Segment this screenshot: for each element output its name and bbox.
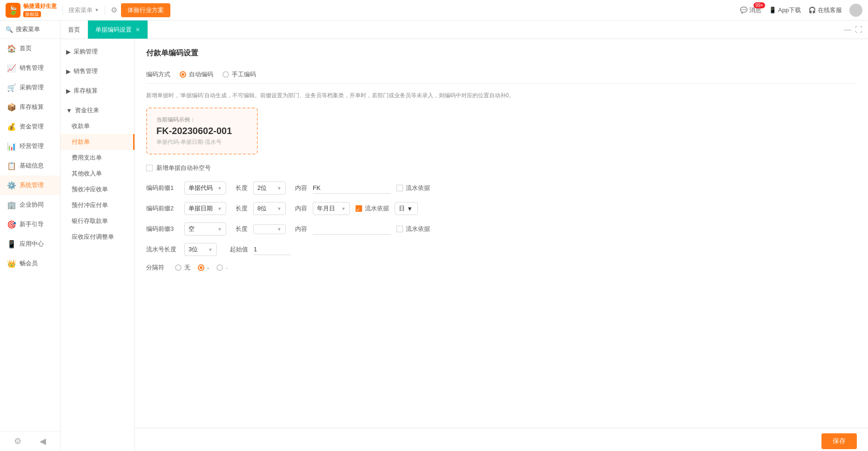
inventory-icon: 📦 [7, 103, 16, 111]
submenu-group-finance: ▼ 资金往来 收款单 付款单 费用支出单 其他收入单 预收冲应收单 预付冲应付单… [61, 102, 135, 245]
serial-dep1-checkbox[interactable]: 流水依据 [397, 184, 430, 192]
preview-code: FK-20230602-001 [156, 126, 248, 136]
submenu-header-finance[interactable]: ▼ 资金往来 [61, 102, 135, 118]
length3-arrow-icon: ▼ [277, 227, 282, 232]
minimize-icon[interactable]: — [844, 26, 851, 34]
sidebar-item-finance[interactable]: 💰 资金管理 [0, 117, 60, 136]
sidebar-item-guide[interactable]: 🎯 新手引导 [0, 215, 60, 234]
sep-none-radio[interactable]: 无 [175, 263, 190, 272]
submenu-header-inventory[interactable]: ▶ 库存核算 [61, 83, 135, 99]
member-icon: 👑 [7, 259, 16, 268]
sep-dot-dot [198, 264, 204, 271]
sep-dot-radio[interactable]: - [198, 264, 209, 271]
prefix3-select[interactable]: 空 ▼ [184, 222, 226, 236]
expand-icon: ▶ [66, 48, 71, 55]
content1-input[interactable] [313, 182, 391, 194]
sidebar-item-system[interactable]: ⚙️ 系统管理 [0, 175, 60, 195]
topbar-search-area[interactable]: 搜索菜单 ▼ [68, 6, 99, 14]
enterprise-icon: 🏢 [7, 201, 16, 209]
sidebar-item-operation[interactable]: 📊 经营管理 [0, 136, 60, 156]
tab-home[interactable]: 首页 [61, 20, 88, 39]
prefix1-select[interactable]: 单据代码 ▼ [184, 182, 226, 195]
separator-row: 分隔符 无 - · [146, 263, 857, 272]
submenu-item-prepay-payable[interactable]: 预付冲应付单 [61, 197, 135, 213]
auto-encode-radio-dot [180, 71, 186, 78]
preview-sub: 单据代码-单据日期-流水号 [156, 138, 248, 146]
day-arrow-icon: ▼ [407, 205, 413, 212]
length3-select[interactable]: ▼ [253, 224, 286, 234]
auto-fill-row: 新增单据自动补空号 [146, 164, 857, 172]
submenu-group-inventory: ▶ 库存核算 [61, 83, 135, 99]
auto-fill-checkbox[interactable] [146, 165, 153, 171]
info-text: 新增单据时，'单据编码'自动生成，不可编辑。前缀设置为部门、业务员等档案类，开单… [146, 91, 857, 100]
submenu-header-sales[interactable]: ▶ 销售管理 [61, 63, 135, 79]
tab-close-icon[interactable]: ✕ [135, 27, 140, 33]
settings-bottom-icon[interactable]: ⚙ [14, 436, 21, 446]
maximize-icon[interactable]: ⛶ [855, 26, 862, 34]
sidebar-item-basic[interactable]: 📋 基础信息 [0, 156, 60, 175]
sidebar-item-sales[interactable]: 📈 销售管理 [0, 58, 60, 78]
encode-radio-group: 自动编码 手工编码 [180, 70, 256, 79]
auto-encode-radio[interactable]: 自动编码 [180, 70, 213, 79]
operation-icon: 📊 [7, 142, 16, 150]
manual-encode-radio[interactable]: 手工编码 [222, 70, 256, 79]
content3-input[interactable] [313, 223, 391, 235]
submenu-item-receipt[interactable]: 收款单 [61, 118, 135, 134]
sidebar-item-enterprise[interactable]: 🏢 企业协同 [0, 195, 60, 215]
online-service-button[interactable]: 🎧 在线客服 [808, 6, 842, 14]
serial-dep2-checkbox[interactable]: ✓ 流水依据 [356, 204, 389, 213]
message-icon: 💬 [740, 7, 747, 13]
content2-select[interactable]: 年月日 ▼ [313, 202, 350, 215]
submenu-item-adjustment[interactable]: 应收应付调整单 [61, 229, 135, 245]
solution-button[interactable]: 体验行业方案 [121, 3, 170, 17]
tabbar: 首页 单据编码设置 ✕ — ⛶ [61, 20, 868, 39]
sep-dot2-radio[interactable]: · [216, 264, 228, 271]
bottom-bar: 保存 [135, 428, 868, 451]
content2-arrow-icon: ▼ [341, 206, 346, 211]
length1-select[interactable]: 2位 ▼ [253, 182, 286, 195]
prefix1-arrow-icon: ▼ [217, 186, 222, 191]
app-download-button[interactable]: 📱 App下载 [769, 6, 801, 14]
save-button[interactable]: 保存 [821, 433, 857, 449]
submenu-item-prepay-receivable[interactable]: 预收冲应收单 [61, 182, 135, 197]
sep-none-dot [175, 264, 182, 271]
service-icon: 🎧 [808, 7, 816, 13]
user-avatar[interactable] [849, 4, 862, 17]
submenu-item-bank[interactable]: 银行存取款单 [61, 213, 135, 229]
content-area: 首页 单据编码设置 ✕ — ⛶ ▶ 采购管理 [61, 20, 868, 451]
submenu-group-purchase: ▶ 采购管理 [61, 44, 135, 60]
sidebar-item-home[interactable]: 🏠 首页 [0, 39, 60, 58]
submenu-item-other-income[interactable]: 其他收入单 [61, 166, 135, 182]
message-button[interactable]: 💬 消息 99+ [740, 6, 761, 14]
topbar-left: 🍃 畅捷通好生意 旗舰版 搜索菜单 ▼ ⚙ 体验行业方案 [6, 2, 170, 18]
sep-radio-group: 无 - · [175, 263, 228, 272]
manual-encode-radio-dot [222, 71, 229, 78]
prefix2-select[interactable]: 单据日期 ▼ [184, 202, 226, 215]
length2-select[interactable]: 8位 ▼ [253, 202, 286, 215]
sub-menu-content: ▶ 采购管理 ▶ 销售管理 ▶ 库存核算 [61, 39, 135, 253]
search-label: 搜索菜单 [68, 6, 93, 14]
sidebar-item-inventory[interactable]: 📦 库存核算 [0, 97, 60, 117]
start-value-input[interactable] [254, 244, 291, 255]
check-icon: ✓ [356, 207, 360, 212]
day-select[interactable]: 日 ▼ [395, 202, 418, 215]
sidebar-search[interactable]: 🔍 搜索菜单 [0, 20, 60, 39]
tab-encode-settings[interactable]: 单据编码设置 ✕ [88, 20, 148, 39]
sidebar-item-member[interactable]: 👑 畅会员 [0, 254, 60, 273]
sidebar-item-apps[interactable]: 📱 应用中心 [0, 234, 60, 254]
sidebar-item-purchase[interactable]: 🛒 采购管理 [0, 78, 60, 97]
submenu-group-sales: ▶ 销售管理 [61, 63, 135, 79]
collapse-icon[interactable]: ◀ [40, 436, 46, 446]
serial-dep3-checkbox[interactable]: 流水依据 [397, 225, 430, 233]
topbar-divider [62, 6, 63, 15]
submenu-item-payment[interactable]: 付款单 [61, 134, 135, 150]
submenu-header-purchase[interactable]: ▶ 采购管理 [61, 44, 135, 60]
prefix-row-1: 编码前缀1 单据代码 ▼ 长度 2位 ▼ 内容 [146, 182, 857, 195]
prefix-row-2: 编码前缀2 单据日期 ▼ 长度 8位 ▼ 内容 年月日 [146, 202, 857, 215]
settings-icon[interactable]: ⚙ [111, 6, 117, 14]
submenu-item-expense[interactable]: 费用支出单 [61, 150, 135, 166]
page-body: ▶ 采购管理 ▶ 销售管理 ▶ 库存核算 [61, 39, 868, 451]
serial-length-arrow-icon: ▼ [208, 247, 213, 252]
start-value-label: 起始值 [230, 245, 248, 254]
serial-length-select[interactable]: 3位 ▼ [184, 243, 217, 256]
